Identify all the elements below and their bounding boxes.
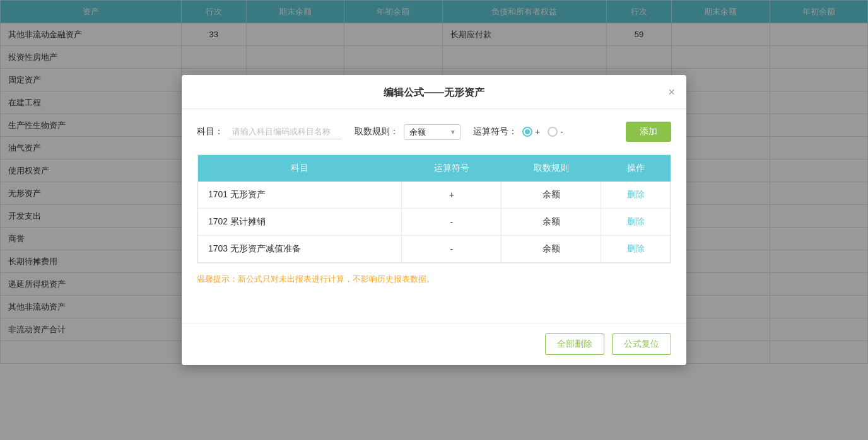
th-operator: 运算符号 bbox=[402, 155, 501, 182]
subject-group: 科目： bbox=[197, 124, 342, 139]
operator-plus-item[interactable]: + bbox=[522, 127, 540, 137]
radio-minus-icon[interactable] bbox=[548, 127, 558, 137]
operator-minus-item[interactable]: - bbox=[548, 127, 563, 137]
operator-plus-label: + bbox=[535, 127, 540, 137]
delete-link-2[interactable]: 删除 bbox=[627, 243, 645, 253]
operator-label: 运算符号： bbox=[473, 126, 517, 137]
modal-dialog: 编辑公式——无形资产 × 科目： 取数规则： 余额 借方 贷方 bbox=[182, 75, 686, 365]
rule-label: 取数规则： bbox=[355, 126, 399, 137]
delete-all-button[interactable]: 全部删除 bbox=[545, 333, 604, 355]
rule-select-wrap[interactable]: 余额 借方 贷方 bbox=[404, 124, 460, 140]
table-row: 1701 无形资产 + 余额 删除 bbox=[198, 182, 671, 209]
operator-group: 运算符号： + - bbox=[473, 126, 563, 137]
radio-plus-icon[interactable] bbox=[522, 127, 532, 137]
modal-header: 编辑公式——无形资产 × bbox=[182, 75, 686, 109]
cell-rule-1: 余额 bbox=[501, 209, 601, 236]
modal-title: 编辑公式——无形资产 bbox=[384, 86, 484, 100]
cell-action-0[interactable]: 删除 bbox=[601, 182, 671, 209]
cell-operator-1: - bbox=[402, 209, 501, 236]
cell-subject-0: 1701 无形资产 bbox=[198, 182, 402, 209]
th-rule: 取数规则 bbox=[501, 155, 601, 182]
data-table-wrap: 科目 运算符号 取数规则 操作 1701 无形资产 + 余额 删除 1702 累… bbox=[197, 154, 671, 263]
cell-action-2[interactable]: 删除 bbox=[601, 236, 671, 263]
cell-operator-0: + bbox=[402, 182, 501, 209]
operator-radio-group: + - bbox=[522, 127, 563, 137]
subject-label: 科目： bbox=[197, 126, 223, 137]
form-row: 科目： 取数规则： 余额 借方 贷方 运算符号： bbox=[197, 122, 671, 142]
modal-overlay: 编辑公式——无形资产 × 科目： 取数规则： 余额 借方 贷方 bbox=[0, 0, 868, 440]
th-action: 操作 bbox=[601, 155, 671, 182]
table-row: 1702 累计摊销 - 余额 删除 bbox=[198, 209, 671, 236]
table-row: 1703 无形资产减值准备 - 余额 删除 bbox=[198, 236, 671, 263]
modal-body: 科目： 取数规则： 余额 借方 贷方 运算符号： bbox=[182, 109, 686, 323]
th-subject: 科目 bbox=[198, 155, 402, 182]
delete-link-0[interactable]: 删除 bbox=[627, 189, 645, 199]
operator-minus-label: - bbox=[560, 127, 563, 137]
reset-formula-button[interactable]: 公式复位 bbox=[612, 333, 671, 355]
cell-rule-2: 余额 bbox=[501, 236, 601, 263]
modal-close-button[interactable]: × bbox=[668, 86, 675, 98]
add-button[interactable]: 添加 bbox=[626, 122, 671, 142]
data-table: 科目 运算符号 取数规则 操作 1701 无形资产 + 余额 删除 1702 累… bbox=[197, 155, 671, 263]
warning-text: 温馨提示：新公式只对未出报表进行计算，不影响历史报表数据。 bbox=[197, 274, 671, 285]
modal-footer: 全部删除 公式复位 bbox=[182, 323, 686, 365]
cell-subject-2: 1703 无形资产减值准备 bbox=[198, 236, 402, 263]
cell-operator-2: - bbox=[402, 236, 501, 263]
rule-select[interactable]: 余额 借方 贷方 bbox=[404, 124, 460, 140]
cell-rule-0: 余额 bbox=[501, 182, 601, 209]
delete-link-1[interactable]: 删除 bbox=[627, 216, 645, 226]
cell-action-1[interactable]: 删除 bbox=[601, 209, 671, 236]
cell-subject-1: 1702 累计摊销 bbox=[198, 209, 402, 236]
rule-group: 取数规则： 余额 借方 贷方 bbox=[355, 124, 460, 140]
subject-input[interactable] bbox=[228, 124, 342, 139]
